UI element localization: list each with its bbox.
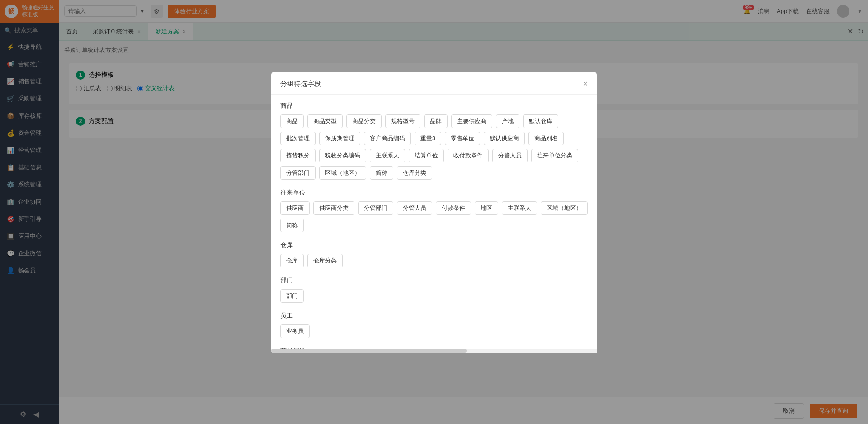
field-section-title-warehouse: 仓库 bbox=[280, 241, 588, 249]
field-tag[interactable]: 部门 bbox=[280, 289, 304, 303]
field-tag[interactable]: 主联系人 bbox=[370, 149, 405, 162]
field-tag[interactable]: 保质期管理 bbox=[319, 132, 360, 145]
field-tag[interactable]: 结算单位 bbox=[409, 149, 444, 162]
field-tag[interactable]: 分管人员 bbox=[492, 149, 528, 162]
field-tag[interactable]: 主联系人 bbox=[502, 201, 537, 215]
field-tag[interactable]: 税收分类编码 bbox=[319, 149, 366, 162]
field-tag[interactable]: 简称 bbox=[370, 166, 393, 180]
field-tag[interactable]: 分管部门 bbox=[280, 166, 316, 180]
field-tag[interactable]: 仓库分类 bbox=[307, 254, 343, 267]
field-tag[interactable]: 品牌 bbox=[424, 114, 448, 128]
field-section-warehouse: 仓库仓库仓库分类 bbox=[280, 241, 588, 267]
field-tag[interactable]: 商品别名 bbox=[528, 132, 564, 145]
field-tag[interactable]: 业务员 bbox=[280, 324, 310, 338]
field-tags-goods: 商品商品类型商品分类规格型号品牌主要供应商产地默认仓库批次管理保质期管理客户商品… bbox=[280, 114, 588, 180]
field-tag[interactable]: 重量3 bbox=[415, 132, 441, 145]
field-section-product-attr: 商品属性属性颜色多规格尺码鞋码1 bbox=[280, 347, 588, 349]
field-tag[interactable]: 批次管理 bbox=[280, 132, 316, 145]
modal-body[interactable]: 商品商品商品类型商品分类规格型号品牌主要供应商产地默认仓库批次管理保质期管理客户… bbox=[271, 95, 597, 349]
modal-header: 分组待选字段 × bbox=[271, 72, 597, 95]
field-tag[interactable]: 分管人员 bbox=[397, 201, 432, 215]
field-tags-staff: 业务员 bbox=[280, 324, 588, 338]
field-section-title-goods: 商品 bbox=[280, 102, 588, 110]
field-tag[interactable]: 区域（地区） bbox=[541, 201, 588, 215]
field-section-title-product-attr: 商品属性 bbox=[280, 347, 588, 349]
field-tag[interactable]: 供应商分类 bbox=[313, 201, 354, 215]
field-tag[interactable]: 商品类型 bbox=[307, 114, 343, 128]
field-tag[interactable]: 客户商品编码 bbox=[364, 132, 411, 145]
field-tag[interactable]: 商品 bbox=[280, 114, 304, 128]
field-tag[interactable]: 零售单位 bbox=[445, 132, 480, 145]
field-tag[interactable]: 供应商 bbox=[280, 201, 310, 215]
field-section-goods: 商品商品商品类型商品分类规格型号品牌主要供应商产地默认仓库批次管理保质期管理客户… bbox=[280, 102, 588, 180]
field-tag[interactable]: 商品分类 bbox=[346, 114, 382, 128]
field-tag[interactable]: 仓库 bbox=[280, 254, 304, 267]
field-section-title-staff: 员工 bbox=[280, 312, 588, 320]
field-tag[interactable]: 往来单位分类 bbox=[531, 149, 578, 162]
modal-title: 分组待选字段 bbox=[280, 80, 321, 88]
field-tags-department: 部门 bbox=[280, 289, 588, 303]
field-section-staff: 员工业务员 bbox=[280, 312, 588, 338]
field-tag[interactable]: 地区 bbox=[475, 201, 498, 215]
field-tag[interactable]: 拣货积分 bbox=[280, 149, 316, 162]
field-tags-warehouse: 仓库仓库分类 bbox=[280, 254, 588, 267]
field-tags-partner: 供应商供应商分类分管部门分管人员付款条件地区主联系人区域（地区）简称 bbox=[280, 201, 588, 232]
field-section-department: 部门部门 bbox=[280, 276, 588, 303]
field-section-title-partner: 往来单位 bbox=[280, 189, 588, 197]
field-tag[interactable]: 仓库分类 bbox=[397, 166, 432, 180]
modal-horizontal-scrollbar[interactable] bbox=[271, 349, 597, 353]
field-tag[interactable]: 简称 bbox=[280, 219, 304, 232]
modal-close-button[interactable]: × bbox=[583, 79, 588, 89]
field-tag[interactable]: 付款条件 bbox=[436, 201, 471, 215]
field-tag[interactable]: 默认供应商 bbox=[484, 132, 525, 145]
field-tag[interactable]: 区域（地区） bbox=[319, 166, 366, 180]
field-tag[interactable]: 主要供应商 bbox=[451, 114, 492, 128]
field-tag[interactable]: 规格型号 bbox=[385, 114, 420, 128]
field-tag[interactable]: 分管部门 bbox=[358, 201, 393, 215]
field-tag[interactable]: 收付款条件 bbox=[448, 149, 489, 162]
field-tag[interactable]: 默认仓库 bbox=[523, 114, 558, 128]
field-section-title-department: 部门 bbox=[280, 276, 588, 285]
field-section-partner: 往来单位供应商供应商分类分管部门分管人员付款条件地区主联系人区域（地区）简称 bbox=[280, 189, 588, 232]
field-tag[interactable]: 产地 bbox=[496, 114, 519, 128]
horizontal-scrollbar-thumb bbox=[271, 349, 467, 353]
modal-dialog: 分组待选字段 × 商品商品商品类型商品分类规格型号品牌主要供应商产地默认仓库批次… bbox=[271, 72, 597, 353]
modal-overlay: 分组待选字段 × 商品商品商品类型商品分类规格型号品牌主要供应商产地默认仓库批次… bbox=[0, 0, 868, 424]
